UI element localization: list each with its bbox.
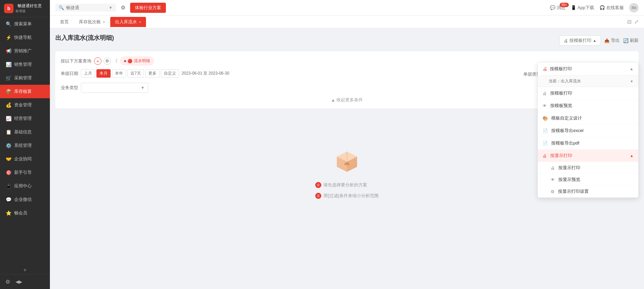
mobile-icon: 📱 (571, 5, 576, 10)
sidebar-item-operation[interactable]: 📈 经营管理 (0, 112, 50, 125)
empty-icon (333, 148, 360, 175)
message-btn[interactable]: 💬 消息 99+ (550, 5, 565, 11)
topbar-search-box[interactable]: 🔍 ▼ (55, 4, 116, 11)
quick-nav-icon: ⚡ (5, 34, 11, 41)
search-icon: 🔍 (5, 21, 11, 27)
sidebar-item-sales[interactable]: 📊 销售管理 (0, 58, 50, 71)
tab-flow-close[interactable]: × (139, 20, 141, 24)
sidebar-item-member[interactable]: ⭐ 畅会员 (0, 206, 50, 220)
app-download-btn[interactable]: 📱 App下载 (571, 5, 594, 11)
sidebar-item-system[interactable]: ⚙️ 系统管理 (0, 139, 50, 152)
refresh-btn[interactable]: 🔄 刷新 (623, 37, 639, 44)
wechat-icon: 💬 (5, 196, 11, 203)
collapse-bottom-icon[interactable]: ◀▶ (16, 279, 22, 284)
tabbar-minimize-icon[interactable]: ⊟ (627, 19, 632, 25)
biz-select[interactable]: ▼ (81, 83, 148, 93)
filter-biz-group: 业务类型 ▼ (61, 83, 148, 93)
finance-icon: 💰 (5, 102, 11, 108)
print-icon: 🖨 (564, 38, 568, 43)
purchase-icon: 🛒 (5, 75, 11, 81)
sidebar-item-quick-nav[interactable]: ⚡ 快捷导航 (0, 31, 50, 44)
empty-step2: ② 用[过滤]条件来缩小分析范围 (315, 191, 378, 200)
sidebar-item-app-center[interactable]: 📱 应用中心 (0, 179, 50, 193)
sidebar-item-guide[interactable]: 🎯 新手引导 (0, 166, 50, 179)
dp-title: 按模板打印 (550, 66, 572, 72)
sidebar-scroll-down[interactable]: ▼ (0, 266, 50, 274)
biz-label: 业务类型 (61, 85, 78, 91)
filter-actions: + ⚙ 《 (94, 57, 118, 65)
sidebar-item-wechat[interactable]: 💬 企业微信 (0, 193, 50, 206)
tab-batch-close[interactable]: × (103, 20, 105, 24)
sidebar-bottom: ⚙ ◀▶ (0, 274, 50, 289)
tab-flow[interactable]: 出入库流水 × (110, 17, 146, 27)
filter-tag-dot (124, 60, 126, 62)
date-this-year-btn[interactable]: 本年 (112, 69, 126, 78)
display-print-icon: 🖨 (551, 165, 555, 170)
template-custom-icon: 🎨 (543, 116, 548, 121)
date-7days-btn[interactable]: 近7天 (127, 69, 144, 78)
topbar-search-icon: 🔍 (59, 5, 64, 10)
filter-collapse-icon[interactable]: 《 (113, 58, 118, 64)
sidebar-item-search[interactable]: 🔍 搜索菜单 (0, 17, 50, 31)
dp-item-display-print[interactable]: 🖨 按显示打印 (538, 162, 638, 174)
empty-step1: ① 请先选择要分析的方案 (315, 181, 378, 189)
date-this-month-btn[interactable]: 本月 (96, 69, 111, 78)
dp-item-display-settings[interactable]: ⚙ 按显示打印设置 (538, 186, 638, 198)
member-icon: ⭐ (5, 210, 11, 216)
page-title: 出入库流水(流水明细) (55, 34, 114, 42)
tab-home[interactable]: 首页 (55, 17, 74, 27)
dp-item-display-preview[interactable]: 👁 按显示预览 (538, 174, 638, 186)
system-icon: ⚙️ (5, 142, 11, 149)
logo-text: 畅捷通好生意 (18, 3, 42, 9)
date-label: 单据日期 (61, 71, 78, 77)
date-last-month-btn[interactable]: 上月 (81, 69, 95, 78)
industry-btn[interactable]: 体验行业方案 (130, 3, 166, 13)
topbar-dropdown-icon: ▼ (109, 5, 113, 10)
operation-icon: 📈 (5, 115, 11, 122)
online-service-btn[interactable]: 🎧 在线客服 (599, 5, 624, 11)
display-section-icon: 🖨 (543, 153, 547, 158)
tabbar-right: ⊟ ⤢ (627, 19, 639, 25)
tabbar-expand-icon[interactable]: ⤢ (634, 19, 639, 25)
dp-item-template-preview[interactable]: 👁 按模板预览 (538, 100, 638, 112)
sidebar-item-collab[interactable]: 🤝 企业协同 (0, 152, 50, 166)
filter-settings-btn[interactable]: ⚙ (104, 57, 111, 65)
content-area: 出入库流水(流水明细) 🖨 按模板打印 ▲ 📤 导出 🔄 刷新 (50, 28, 644, 289)
dp-item-template-custom[interactable]: 🎨 模板自定义设计 (538, 112, 638, 125)
sidebar-item-purchase[interactable]: 🛒 采购管理 (0, 71, 50, 85)
dp-item-template-export-excel[interactable]: 📄 按模板导出excel (538, 125, 638, 137)
empty-text: ① 请先选择要分析的方案 ② 用[过滤]条件来缩小分析范围 (315, 181, 378, 200)
date-custom-btn[interactable]: 自定义 (161, 69, 179, 78)
dp-print-icon: 🖨 (543, 66, 547, 72)
dp-item-template-print[interactable]: 🖨 按模板打印 (538, 87, 638, 100)
dp-item-display-section[interactable]: 🖨 按显示打印 ▲ (538, 150, 638, 162)
sidebar-item-inventory[interactable]: 📦 库存核算 (0, 85, 50, 98)
topbar-gear-icon[interactable]: ⚙ (121, 4, 125, 11)
dp-current-chevron-icon: ▼ (630, 79, 634, 83)
app-center-icon: 📱 (5, 183, 11, 189)
date-more-btn[interactable]: 更多 (145, 69, 159, 78)
step1-num: ① (315, 182, 321, 188)
topbar-search-input[interactable] (66, 5, 107, 10)
dp-chevron-up-icon[interactable]: ▲ (630, 67, 634, 71)
user-initials: Rit (632, 6, 636, 10)
filter-add-btn[interactable]: + (94, 57, 101, 65)
sidebar-item-marketing[interactable]: 📢 营销推广 (0, 44, 50, 58)
user-avatar[interactable]: Rit (629, 3, 639, 12)
collapse-up-icon: ▲ (331, 98, 335, 103)
collapse-btn[interactable]: ▲ 收起更多条件 (331, 97, 363, 103)
print-chevron-icon: ▲ (593, 38, 596, 43)
sidebar-item-finance[interactable]: 💰 资金管理 (0, 98, 50, 112)
logo-icon: b (4, 4, 13, 13)
topbar: 🔍 ▼ ⚙ 体验行业方案 💬 消息 99+ 📱 App下载 🎧 在线客服 Rit (50, 0, 644, 16)
export-btn[interactable]: 📤 导出 (604, 37, 620, 44)
template-pdf-icon: 📄 (543, 141, 548, 146)
tab-batch[interactable]: 库存批次账 × (74, 17, 110, 27)
date-range: 2023-06-01 至 2023-06-30 (182, 71, 229, 76)
print-btn[interactable]: 🖨 按模板打印 ▲ (559, 35, 601, 46)
settings-bottom-icon[interactable]: ⚙ (5, 279, 10, 285)
sidebar-item-basics[interactable]: 📋 基础信息 (0, 125, 50, 139)
dp-item-template-export-pdf[interactable]: 📄 按模板导出pdf (538, 137, 638, 150)
export-icon: 📤 (604, 38, 610, 43)
display-settings-icon: ⚙ (551, 189, 555, 194)
